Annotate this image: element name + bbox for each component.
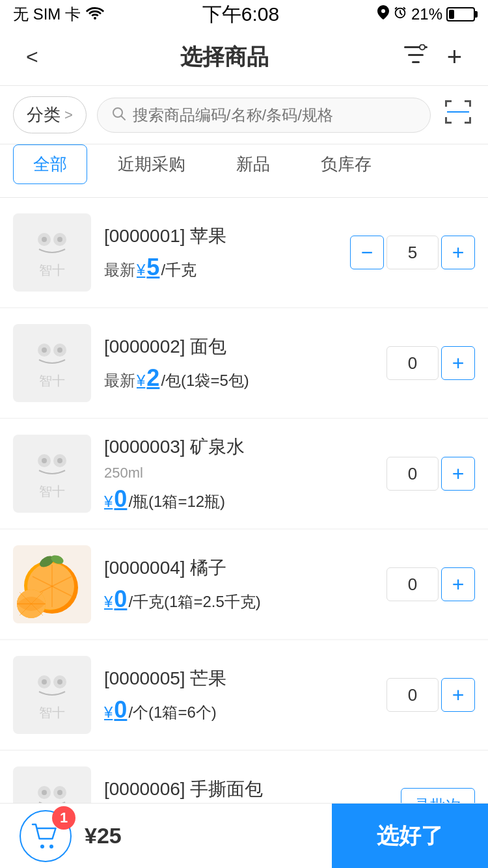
product-info: [0000004] 橘子 ¥ 0 /千克(1箱=2.5千克) bbox=[104, 556, 373, 613]
tab-row: 全部 近期采购 新品 负库存 bbox=[0, 144, 488, 198]
category-button[interactable]: 分类 > bbox=[13, 96, 87, 133]
status-left: 无 SIM 卡 bbox=[13, 4, 104, 25]
svg-rect-15 bbox=[447, 111, 469, 113]
cart-icon-button[interactable]: 1 bbox=[20, 810, 72, 862]
quantity-control: + bbox=[386, 346, 475, 380]
placeholder-image: 智十 bbox=[33, 226, 72, 279]
battery-percent: 21% bbox=[411, 5, 442, 23]
tab-new[interactable]: 新品 bbox=[216, 144, 290, 184]
list-item: 智十 [0000003] 矿泉水 250ml ¥ 0 /瓶(1箱=12瓶) + bbox=[0, 419, 488, 528]
product-name: [0000006] 手撕面包 bbox=[104, 777, 388, 802]
product-name: [0000004] 橘子 bbox=[104, 556, 373, 580]
product-price: 最新 ¥ 5 /千克 bbox=[104, 254, 337, 281]
placeholder-image: 智十 bbox=[33, 448, 72, 500]
product-info: [0000002] 面包 最新 ¥ 2 /包(1袋=5包) bbox=[104, 334, 373, 392]
nav-bar: < 选择商品 + bbox=[0, 29, 488, 86]
svg-point-54 bbox=[49, 845, 53, 848]
nav-left: < bbox=[20, 38, 45, 75]
category-chevron: > bbox=[64, 107, 73, 124]
svg-point-48 bbox=[57, 790, 62, 795]
search-input[interactable] bbox=[133, 106, 417, 124]
filter-row: 分类 > bbox=[0, 86, 488, 144]
svg-point-53 bbox=[40, 845, 44, 848]
status-time: 下午6:08 bbox=[202, 1, 279, 28]
product-list: 智十 [0000001] 苹果 最新 ¥ 5 /千克 − + bbox=[0, 198, 488, 868]
cart-section: 1 ¥25 bbox=[0, 810, 332, 862]
product-name: [0000002] 面包 bbox=[104, 334, 373, 359]
product-info: [0000005] 芒果 ¥ 0 /个(1箱=6个) bbox=[104, 666, 373, 724]
search-box bbox=[97, 98, 431, 133]
svg-line-6 bbox=[121, 116, 125, 120]
status-bar: 无 SIM 卡 下午6:08 21% bbox=[0, 0, 488, 29]
quantity-control: + bbox=[386, 678, 475, 712]
placeholder-image: 智十 bbox=[33, 337, 72, 390]
back-button[interactable]: < bbox=[20, 38, 45, 75]
confirm-button[interactable]: 选好了 bbox=[332, 804, 488, 868]
product-price: 最新 ¥ 2 /包(1袋=5包) bbox=[104, 364, 373, 392]
quantity-control: − + bbox=[350, 236, 475, 269]
quantity-input[interactable] bbox=[386, 678, 439, 712]
alarm-icon bbox=[393, 5, 407, 23]
scan-icon[interactable] bbox=[441, 96, 475, 133]
list-item: [0000004] 橘子 ¥ 0 /千克(1箱=2.5千克) + bbox=[0, 530, 488, 639]
tab-all[interactable]: 全部 bbox=[13, 144, 87, 184]
page-title: 选择商品 bbox=[180, 42, 269, 72]
quantity-control: + bbox=[386, 567, 475, 601]
search-icon bbox=[111, 105, 126, 126]
quantity-minus-button[interactable]: − bbox=[350, 236, 384, 269]
tab-negative[interactable]: 负库存 bbox=[301, 144, 392, 184]
quantity-plus-button[interactable]: + bbox=[441, 236, 475, 269]
quantity-input[interactable] bbox=[386, 567, 439, 601]
product-name: [0000003] 矿泉水 bbox=[104, 435, 373, 459]
cart-total: ¥25 bbox=[85, 823, 122, 848]
quantity-input[interactable] bbox=[386, 346, 439, 380]
svg-point-43 bbox=[42, 679, 47, 685]
product-spec: 250ml bbox=[104, 465, 373, 481]
quantity-input[interactable] bbox=[386, 236, 439, 269]
svg-point-27 bbox=[57, 458, 62, 463]
svg-point-26 bbox=[42, 458, 47, 463]
filter-icon[interactable] bbox=[404, 44, 427, 70]
product-name: [0000005] 芒果 bbox=[104, 666, 373, 691]
list-item: 智十 [0000002] 面包 最新 ¥ 2 /包(1袋=5包) + bbox=[0, 308, 488, 418]
quantity-input[interactable] bbox=[386, 457, 439, 491]
list-item: 智十 [0000001] 苹果 最新 ¥ 5 /千克 − + bbox=[0, 198, 488, 307]
product-price: ¥ 0 /瓶(1箱=12瓶) bbox=[104, 485, 373, 513]
quantity-plus-button[interactable]: + bbox=[441, 567, 475, 601]
quantity-plus-button[interactable]: + bbox=[441, 457, 475, 491]
svg-point-23 bbox=[57, 347, 62, 353]
svg-point-18 bbox=[42, 237, 47, 242]
product-thumbnail bbox=[13, 545, 91, 623]
svg-rect-2 bbox=[408, 54, 424, 56]
nav-right: + bbox=[404, 36, 468, 78]
battery-icon bbox=[446, 7, 475, 21]
quantity-control: + bbox=[386, 457, 475, 491]
quantity-plus-button[interactable]: + bbox=[441, 346, 475, 380]
product-name: [0000001] 苹果 bbox=[104, 224, 337, 249]
svg-rect-3 bbox=[412, 61, 420, 63]
placeholder-image: 智十 bbox=[33, 669, 72, 722]
svg-point-47 bbox=[42, 790, 47, 795]
svg-rect-8 bbox=[445, 100, 447, 107]
svg-rect-14 bbox=[465, 122, 471, 124]
svg-point-4 bbox=[420, 45, 425, 50]
status-right: 21% bbox=[377, 5, 475, 23]
category-label: 分类 bbox=[27, 103, 61, 126]
bottom-bar: 1 ¥25 选好了 bbox=[0, 803, 488, 868]
product-thumbnail: 智十 bbox=[13, 656, 91, 734]
product-info: [0000001] 苹果 最新 ¥ 5 /千克 bbox=[104, 224, 337, 281]
product-thumbnail: 智十 bbox=[13, 324, 91, 402]
wifi-icon bbox=[86, 5, 104, 23]
product-thumbnail: 智十 bbox=[13, 435, 91, 513]
quantity-plus-button[interactable]: + bbox=[441, 678, 475, 712]
product-price: ¥ 0 /千克(1箱=2.5千克) bbox=[104, 586, 373, 613]
product-info: [0000003] 矿泉水 250ml ¥ 0 /瓶(1箱=12瓶) bbox=[104, 435, 373, 513]
carrier-label: 无 SIM 卡 bbox=[13, 4, 81, 25]
tab-recent[interactable]: 近期采购 bbox=[98, 144, 206, 184]
list-item: 智十 [0000005] 芒果 ¥ 0 /个(1箱=6个) + bbox=[0, 640, 488, 750]
svg-point-44 bbox=[57, 679, 62, 685]
product-thumbnail: 智十 bbox=[13, 213, 91, 292]
svg-point-19 bbox=[57, 237, 62, 242]
add-button[interactable]: + bbox=[441, 36, 468, 78]
product-price: ¥ 0 /个(1箱=6个) bbox=[104, 696, 373, 724]
